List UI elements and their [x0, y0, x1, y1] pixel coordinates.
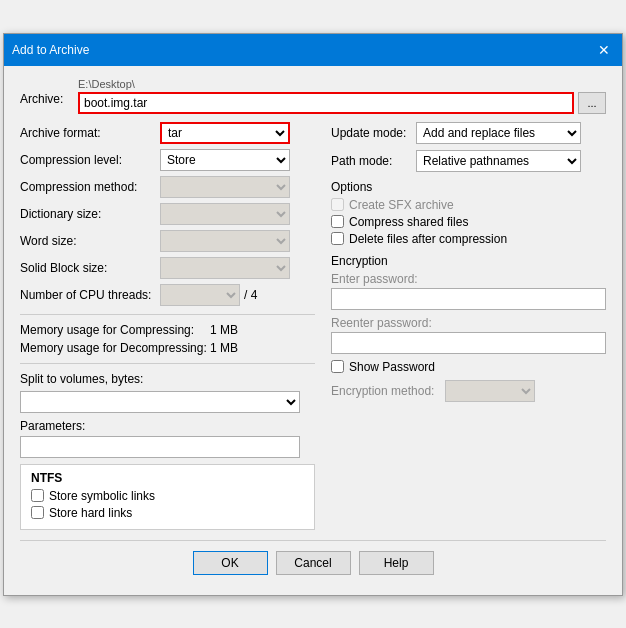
cpu-threads-suffix: / 4: [244, 288, 257, 302]
word-size-label: Word size:: [20, 234, 160, 248]
show-password-row: Show Password: [331, 360, 606, 374]
compression-level-label: Compression level:: [20, 153, 160, 167]
cpu-threads-row: Number of CPU threads: / 4: [20, 284, 315, 306]
delete-after-checkbox[interactable]: [331, 232, 344, 245]
update-mode-label: Update mode:: [331, 126, 416, 140]
cpu-threads-label: Number of CPU threads:: [20, 288, 160, 302]
options-title: Options: [331, 180, 606, 194]
divider-1: [20, 314, 315, 315]
format-dropdown[interactable]: tar zip 7z: [160, 122, 290, 144]
compression-level-dropdown[interactable]: Store Fastest Normal: [160, 149, 290, 171]
store-symlinks-label: Store symbolic links: [49, 489, 155, 503]
encryption-method-row: Encryption method:: [331, 380, 606, 402]
memory-compress-row: Memory usage for Compressing: 1 MB: [20, 323, 315, 337]
encryption-method-label: Encryption method:: [331, 384, 441, 398]
right-panel: Update mode: Add and replace files Updat…: [331, 122, 606, 530]
encryption-method-dropdown[interactable]: [445, 380, 535, 402]
create-sfx-checkbox[interactable]: [331, 198, 344, 211]
show-password-label: Show Password: [349, 360, 435, 374]
archive-path-row: ...: [78, 92, 606, 114]
format-label: Archive format:: [20, 126, 160, 140]
password-input[interactable]: [331, 288, 606, 310]
create-sfx-label: Create SFX archive: [349, 198, 454, 212]
password-label: Enter password:: [331, 272, 606, 286]
button-bar: OK Cancel Help: [20, 540, 606, 585]
dialog-title: Add to Archive: [12, 43, 89, 57]
cancel-button[interactable]: Cancel: [276, 551, 351, 575]
dictionary-size-dropdown[interactable]: [160, 203, 290, 225]
solid-block-label: Solid Block size:: [20, 261, 160, 275]
compress-shared-label: Compress shared files: [349, 215, 468, 229]
update-mode-row: Update mode: Add and replace files Updat…: [331, 122, 606, 144]
parameters-input[interactable]: [20, 436, 300, 458]
ntfs-title: NTFS: [31, 471, 304, 485]
archive-section: Archive: E:\Desktop\ ...: [20, 78, 606, 114]
close-button[interactable]: ✕: [594, 40, 614, 60]
compression-method-row: Compression method:: [20, 176, 315, 198]
symlinks-row: Store symbolic links: [31, 489, 304, 503]
left-panel: Archive format: tar zip 7z Compression l…: [20, 122, 315, 530]
memory-decompress-label: Memory usage for Decompressing:: [20, 341, 210, 355]
memory-decompress-value: 1 MB: [210, 341, 238, 355]
split-volumes-row: Split to volumes, bytes:: [20, 372, 315, 386]
compression-level-row: Compression level: Store Fastest Normal: [20, 149, 315, 171]
delete-after-row: Delete files after compression: [331, 232, 606, 246]
dictionary-size-label: Dictionary size:: [20, 207, 160, 221]
add-to-archive-dialog: Add to Archive ✕ Archive: E:\Desktop\ ..…: [3, 33, 623, 596]
dictionary-size-row: Dictionary size:: [20, 203, 315, 225]
ntfs-section: NTFS Store symbolic links Store hard lin…: [20, 464, 315, 530]
delete-after-label: Delete files after compression: [349, 232, 507, 246]
create-sfx-row: Create SFX archive: [331, 198, 606, 212]
memory-decompress-row: Memory usage for Decompressing: 1 MB: [20, 341, 315, 355]
update-mode-dropdown[interactable]: Add and replace files Update and add fil…: [416, 122, 581, 144]
archive-path-hint: E:\Desktop\: [78, 78, 606, 90]
memory-compress-value: 1 MB: [210, 323, 238, 337]
compress-shared-checkbox[interactable]: [331, 215, 344, 228]
solid-block-dropdown[interactable]: [160, 257, 290, 279]
split-volumes-dropdown[interactable]: [20, 391, 300, 413]
params-section: Parameters:: [20, 419, 315, 458]
path-mode-dropdown[interactable]: Relative pathnames Full pathnames Absolu…: [416, 150, 581, 172]
compression-method-dropdown[interactable]: [160, 176, 290, 198]
help-button[interactable]: Help: [359, 551, 434, 575]
store-symlinks-checkbox[interactable]: [31, 489, 44, 502]
archive-label: Archive:: [20, 92, 63, 106]
compress-shared-row: Compress shared files: [331, 215, 606, 229]
repassword-input[interactable]: [331, 332, 606, 354]
store-hardlinks-checkbox[interactable]: [31, 506, 44, 519]
word-size-dropdown[interactable]: [160, 230, 290, 252]
archive-filename-input[interactable]: [78, 92, 574, 114]
format-row: Archive format: tar zip 7z: [20, 122, 315, 144]
divider-2: [20, 363, 315, 364]
show-password-checkbox[interactable]: [331, 360, 344, 373]
path-mode-label: Path mode:: [331, 154, 416, 168]
encryption-section: Encryption Enter password: Reenter passw…: [331, 254, 606, 402]
browse-button[interactable]: ...: [578, 92, 606, 114]
options-section: Options Create SFX archive Compress shar…: [331, 180, 606, 246]
content-area: Archive format: tar zip 7z Compression l…: [20, 122, 606, 530]
compression-method-label: Compression method:: [20, 180, 160, 194]
ok-button[interactable]: OK: [193, 551, 268, 575]
encryption-title: Encryption: [331, 254, 606, 268]
repassword-label: Reenter password:: [331, 316, 606, 330]
dialog-body: Archive: E:\Desktop\ ... Archive format:: [4, 66, 622, 595]
cpu-threads-dropdown[interactable]: [160, 284, 240, 306]
solid-block-row: Solid Block size:: [20, 257, 315, 279]
hardlinks-row: Store hard links: [31, 506, 304, 520]
memory-compress-label: Memory usage for Compressing:: [20, 323, 210, 337]
word-size-row: Word size:: [20, 230, 315, 252]
store-hardlinks-label: Store hard links: [49, 506, 132, 520]
parameters-label: Parameters:: [20, 419, 315, 433]
split-volumes-label: Split to volumes, bytes:: [20, 372, 160, 386]
path-mode-row: Path mode: Relative pathnames Full pathn…: [331, 150, 606, 172]
title-bar: Add to Archive ✕: [4, 34, 622, 66]
